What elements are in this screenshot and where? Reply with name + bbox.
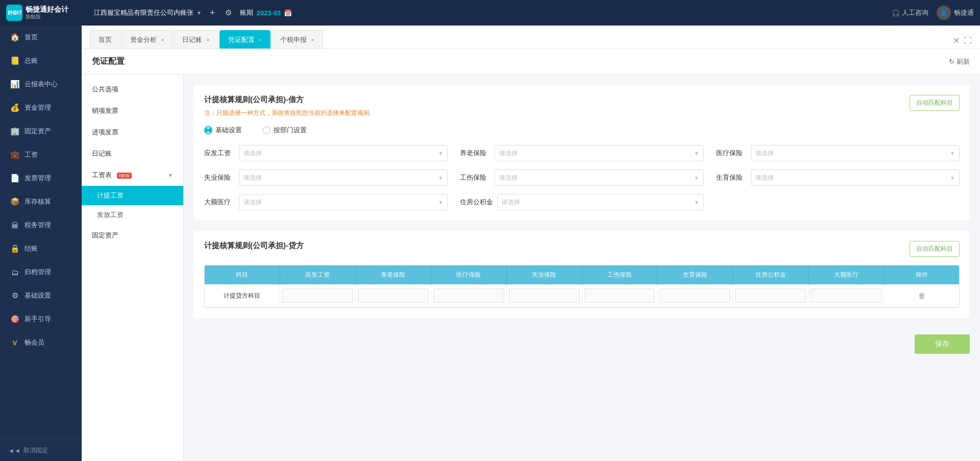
ledger-icon: 📒 xyxy=(10,56,19,65)
tab-voucher-config[interactable]: 凭证配置 × xyxy=(219,30,271,48)
select-yfgz[interactable]: 请选择 ▼ xyxy=(239,145,448,161)
user-area[interactable]: 👤 畅捷通 xyxy=(937,6,974,20)
td-sybx2 xyxy=(657,284,733,307)
reports-icon: 📊 xyxy=(10,80,19,89)
left-nav-payroll-group: 工资表 NEW ▼ 计提工资 发放工资 xyxy=(82,164,183,225)
refresh-button[interactable]: ↻ 刷新 xyxy=(949,57,970,66)
headset-icon: 🎧 xyxy=(892,9,900,17)
tab-close-journal[interactable]: × xyxy=(206,37,209,43)
tab-close-voucher[interactable]: × xyxy=(259,37,262,43)
tab-tax-report[interactable]: 个税申报 × xyxy=(272,30,323,48)
funds-icon: 💰 xyxy=(10,103,19,112)
period-value: 2023-03 xyxy=(256,9,281,17)
input-gsbx[interactable] xyxy=(584,288,655,303)
two-panel: 公共选项 销项发票 进项发票 日记账 工资表 NEW ▼ 计提工资 发放工资 固… xyxy=(82,75,980,461)
form-item-zfgjj: 住房公积金 请选择 ▼ xyxy=(460,194,703,210)
th-dayl: 大额医疗 xyxy=(808,265,884,284)
form-item-ylbx: 养老保险 请选择 ▼ xyxy=(460,145,703,161)
company-selector[interactable]: 江西服宝精品有限责任公司内账张 ▼ xyxy=(94,8,202,17)
avatar: 👤 xyxy=(937,6,951,20)
sidebar-item-close[interactable]: 🔒 结账 xyxy=(0,237,82,260)
form-item-yfgz: 应发工资 请选择 ▼ xyxy=(204,145,448,161)
radio-dept[interactable]: 按部门设置 xyxy=(262,126,307,135)
company-name: 江西服宝精品有限责任公司内账张 xyxy=(94,8,193,17)
sidebar-item-member[interactable]: V 畅会员 xyxy=(0,331,82,354)
save-button[interactable]: 保存 xyxy=(915,334,970,354)
settings-icon[interactable]: ⚙ xyxy=(223,8,234,17)
left-nav-payroll-calc[interactable]: 计提工资 xyxy=(82,186,183,205)
left-nav-fixed-assets[interactable]: 固定资产 xyxy=(82,225,183,246)
company-dropdown-arrow: ▼ xyxy=(197,10,202,16)
input-yfgz[interactable] xyxy=(282,288,353,303)
td-subject-label: 计提贷方科目 xyxy=(205,284,280,307)
sidebar-item-archive[interactable]: 🗂 归档管理 xyxy=(0,260,82,284)
chevron-down-icon: ▼ xyxy=(950,175,955,181)
settings-nav-icon: ⚙ xyxy=(10,291,19,300)
form-item-sybx2: 生育保险 请选择 ▼ xyxy=(716,169,960,186)
tab-close-funds[interactable]: × xyxy=(161,37,164,43)
select-sybx2[interactable]: 请选择 ▼ xyxy=(751,169,960,186)
salary-icon: 💼 xyxy=(10,150,19,159)
sidebar-item-guide[interactable]: 🎯 新手引导 xyxy=(0,307,82,331)
tab-close-window[interactable]: ✕ xyxy=(953,36,960,45)
input-zfgjj[interactable] xyxy=(735,288,806,303)
left-nav-sales[interactable]: 销项发票 xyxy=(82,100,183,122)
input-ylbx2[interactable] xyxy=(433,288,504,303)
chevron-down-icon: ▼ xyxy=(438,200,443,205)
credit-table-header: 科目 应发工资 养老保险 医疗保险 失业保险 工伤保险 生育保险 住房公积金 大… xyxy=(205,265,959,284)
sidebar-item-invoice[interactable]: 📄 发票管理 xyxy=(0,166,82,190)
sidebar-item-settings[interactable]: ⚙ 基础设置 xyxy=(0,284,82,307)
tab-journal[interactable]: 日记账 × xyxy=(174,30,218,48)
credit-section-header: 计提核算规则(公司承担)-贷方 自动匹配科目 xyxy=(204,241,960,257)
sidebar-item-tax[interactable]: 🏛 税务管理 xyxy=(0,213,82,237)
select-sybx[interactable]: 请选择 ▼ xyxy=(239,169,448,186)
cancel-fixed-button[interactable]: ◄◄ 取消固定 xyxy=(0,440,82,461)
consult-button[interactable]: 🎧 人工咨询 xyxy=(892,8,928,17)
form-item-sybx: 失业保险 请选择 ▼ xyxy=(204,169,448,186)
debit-section-title: 计提核算规则(公司承担)-借方 xyxy=(204,95,370,105)
sidebar-item-assets[interactable]: 🏢 固定资产 xyxy=(0,119,82,143)
sidebar-item-funds[interactable]: 💰 资金管理 xyxy=(0,96,82,119)
input-sybx2[interactable] xyxy=(659,288,730,303)
chevron-down-icon: ▼ xyxy=(438,151,443,156)
sidebar-item-reports[interactable]: 📊 云报表中心 xyxy=(0,72,82,96)
sidebar-item-home[interactable]: 🏠 首页 xyxy=(0,26,82,49)
credit-auto-match-button[interactable]: 自动匹配科目 xyxy=(910,241,960,257)
tab-home[interactable]: 首页 xyxy=(90,30,120,48)
left-nav-payroll-pay[interactable]: 发放工资 xyxy=(82,205,183,225)
input-dayl[interactable] xyxy=(811,288,881,303)
select-gsbx[interactable]: 请选择 ▼ xyxy=(495,169,703,186)
tab-expand-icon[interactable]: ⛶ xyxy=(964,36,972,45)
table-row: 计提贷方科目 🗑 xyxy=(205,284,959,307)
left-nav-public[interactable]: 公共选项 xyxy=(82,79,183,100)
select-dayl[interactable]: 请选择 ▼ xyxy=(239,194,448,210)
close-period-icon: 🔒 xyxy=(10,244,19,253)
select-ylbx2[interactable]: 请选择 ▼ xyxy=(751,145,960,161)
select-zfgjj[interactable]: 请选择 ▼ xyxy=(497,194,703,210)
calendar-icon[interactable]: 📅 xyxy=(284,9,292,17)
left-nav-purchase[interactable]: 进项发票 xyxy=(82,122,183,143)
delete-row-icon[interactable]: 🗑 xyxy=(918,292,925,300)
sidebar-item-ledger[interactable]: 📒 总账 xyxy=(0,49,82,72)
sidebar-item-salary[interactable]: 💼 工资 xyxy=(0,143,82,166)
tab-close-tax[interactable]: × xyxy=(311,37,314,43)
sidebar-item-inventory[interactable]: 📦 库存核算 xyxy=(0,190,82,213)
input-ylbx[interactable] xyxy=(358,288,429,303)
debit-auto-match-button[interactable]: 自动匹配科目 xyxy=(910,95,960,111)
app-name: 畅捷通好会计 xyxy=(26,5,68,14)
tab-funds-analysis[interactable]: 资金分析 × xyxy=(121,30,173,48)
left-nav: 公共选项 销项发票 进项发票 日记账 工资表 NEW ▼ 计提工资 发放工资 固… xyxy=(82,75,184,461)
inventory-icon: 📦 xyxy=(10,197,19,206)
period-area: 账期 2023-03 📅 xyxy=(240,8,292,17)
form-item-gsbx: 工伤保险 请选择 ▼ xyxy=(460,169,703,186)
add-button[interactable]: + xyxy=(208,8,217,18)
chevron-down-icon: ▼ xyxy=(438,175,443,181)
radio-basic[interactable]: 基础设置 xyxy=(204,126,242,135)
input-sybx[interactable] xyxy=(509,288,580,303)
left-nav-payroll-header[interactable]: 工资表 NEW ▼ xyxy=(82,164,183,186)
debit-section: 计提核算规则(公司承担)-借方 注：只能选择一种方式，系统将按照您当前的选择来配… xyxy=(194,85,970,221)
left-nav-journal[interactable]: 日记账 xyxy=(82,143,183,164)
select-ylbx[interactable]: 请选择 ▼ xyxy=(495,145,703,161)
invoice-icon: 📄 xyxy=(10,174,19,183)
chevron-down-icon: ▼ xyxy=(694,151,699,156)
